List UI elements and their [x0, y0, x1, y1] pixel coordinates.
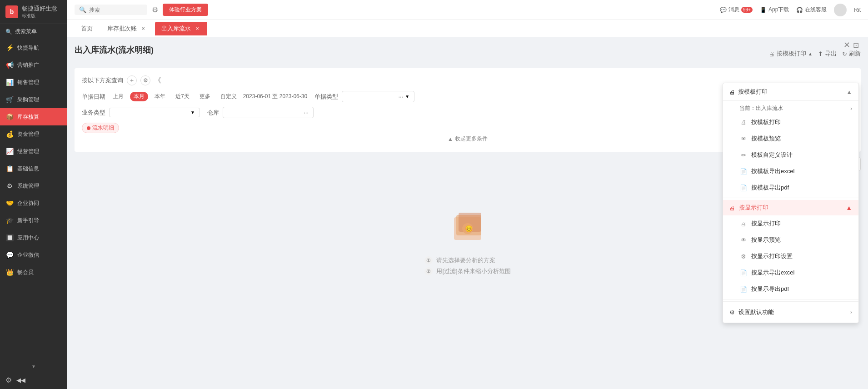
industry-btn[interactable]: 体验行业方案: [163, 4, 208, 16]
search-icon: 🔍: [5, 29, 12, 35]
tab-bar: ✕ ⊡ 首页库存批次账×出入库流水×: [67, 20, 868, 37]
display-print-icon: 🖨: [729, 204, 735, 211]
topbar-search-box[interactable]: 🔍: [75, 5, 147, 15]
sidebar-search[interactable]: 🔍 搜索菜单: [0, 24, 67, 39]
date-opt-custom[interactable]: 自定义: [217, 92, 240, 101]
empty-step-1: ① 请先选择要分析的方案: [424, 256, 510, 264]
divider-2: [723, 299, 858, 299]
sidebar-item-vip[interactable]: 👑畅会员: [0, 264, 67, 281]
label-template-print: 按模板打印: [751, 118, 781, 126]
sidebar-item-cooperation[interactable]: 🤝企业协同: [0, 194, 67, 212]
sidebar-item-marketing[interactable]: 📢营销推广: [0, 56, 67, 74]
biztype-select[interactable]: ▼: [109, 108, 200, 117]
icon-template-preview: 👁: [739, 135, 748, 143]
topbar-settings-icon[interactable]: ⚙: [152, 5, 158, 14]
sidebar-item-finance[interactable]: 💰资金管理: [0, 125, 67, 143]
tab-close-in-out-flow[interactable]: ×: [194, 25, 201, 32]
refresh-btn[interactable]: ↻ 刷新: [842, 50, 861, 58]
topbar-app-download[interactable]: 📱 App下载: [760, 6, 789, 14]
label-template-custom: 模板自定义设计: [751, 151, 793, 159]
sidebar-item-purchase[interactable]: 🛒采购管理: [0, 91, 67, 108]
sidebar-item-basic-info[interactable]: 📋基础信息: [0, 160, 67, 177]
icon-template-export-excel: 📄: [739, 167, 748, 175]
biztype-label: 业务类型: [82, 109, 105, 117]
dropdown-item-display-print-settings[interactable]: ⚙按显示打印设置: [723, 248, 858, 264]
tab-label-in-out-flow: 出入库流水: [161, 25, 191, 33]
nav-label-guide: 新手引导: [17, 217, 39, 224]
filter-settings-btn[interactable]: ⚙: [140, 75, 150, 85]
nav-icon-marketing: 📢: [5, 61, 14, 69]
sidebar-bottom: ⚙ ◀◀: [0, 371, 67, 389]
tab-label-home: 首页: [81, 25, 93, 33]
icon-template-print: 🖨: [739, 118, 748, 126]
avatar[interactable]: [834, 4, 847, 16]
nav-icon-finance: 💰: [5, 130, 14, 138]
date-options: 上月本月本年近7天更多自定义2023-06-01 至 2023-06-30: [109, 92, 307, 101]
empty-steps: ① 请先选择要分析的方案 ② 用[过滤]条件来缩小分析范围: [424, 256, 510, 278]
set-default-btn[interactable]: ⚙ 设置默认功能 ›: [729, 305, 852, 319]
dropdown-item-template-print[interactable]: 🖨按模板打印: [723, 114, 858, 130]
set-default-chevron: ›: [850, 309, 852, 315]
nav-icon-system: ⚙: [5, 182, 14, 190]
dropdown-item-template-preview[interactable]: 👁按模板预览: [723, 130, 858, 147]
tab-home[interactable]: 首页: [75, 22, 99, 35]
export-btn[interactable]: ⬆ 导出: [818, 50, 837, 58]
dropdown-item-display-export-excel[interactable]: 📄按显示导出excel: [723, 264, 858, 281]
filter-add-btn[interactable]: +: [127, 75, 137, 85]
sidebar-item-sales[interactable]: 📊销售管理: [0, 74, 67, 91]
tab-batch-account[interactable]: 库存批次账×: [101, 22, 153, 35]
dropdown-print-icon: 🖨: [729, 89, 735, 95]
date-opt-last-month[interactable]: 上月: [109, 92, 127, 101]
dropdown-item-template-export-excel[interactable]: 📄按模板导出excel: [723, 163, 858, 180]
filter-collapse-btn[interactable]: 《: [154, 76, 161, 85]
app-icon: 📱: [760, 7, 767, 13]
sidebar-item-operations[interactable]: 📈经营管理: [0, 143, 67, 160]
topbar-message[interactable]: 💬 消息 99+: [720, 6, 753, 14]
print-dropdown: 🖨 按模板打印 ▲ 当前：出入库流水 › 🖨按模板打印👁按模板预览✏模板自定义设…: [723, 83, 859, 323]
dropdown-item-display-export-pdf[interactable]: 📄按显示导出pdf: [723, 281, 858, 297]
sidebar-gear-icon[interactable]: ⚙: [5, 376, 12, 384]
dropdown-display-items: 🖨按显示打印👁按显示预览⚙按显示打印设置📄按显示导出excel📄按显示导出pdf: [723, 215, 858, 297]
topbar-customer-service[interactable]: 🎧 在线客服: [796, 6, 827, 14]
print-btn[interactable]: 🖨 按模板打印 ▲: [769, 50, 813, 58]
dropdown-display-header[interactable]: 🖨 按显示打印 ▲: [723, 200, 858, 215]
date-opt-this-year[interactable]: 本年: [151, 92, 169, 101]
sidebar-scroll-down[interactable]: ▼: [0, 362, 67, 371]
export-icon: ⬆: [818, 50, 823, 57]
date-opt-last-7[interactable]: 近7天: [172, 92, 193, 101]
filter-tag: 流水明细: [82, 123, 119, 133]
label-display-print: 按显示打印: [751, 219, 781, 228]
sidebar-item-inventory[interactable]: 📦库存核算: [0, 108, 67, 125]
dropdown-item-display-print[interactable]: 🖨按显示打印: [723, 215, 858, 232]
dropdown-current: 当前：出入库流水 ›: [723, 101, 858, 114]
sidebar-item-app-center[interactable]: 🔲应用中心: [0, 229, 67, 246]
topbar-search-input[interactable]: [89, 7, 143, 13]
date-opt-this-month[interactable]: 本月: [130, 92, 148, 101]
label-display-print-settings: 按显示打印设置: [751, 252, 793, 260]
tab-in-out-flow[interactable]: 出入库流水×: [155, 22, 207, 35]
sidebar-item-system[interactable]: ⚙系统管理: [0, 177, 67, 194]
nav-icon-sales: 📊: [5, 78, 14, 86]
dropdown-item-display-preview[interactable]: 👁按显示预览: [723, 232, 858, 248]
sidebar-item-wecom[interactable]: 💬企业微信: [0, 246, 67, 264]
dropdown-item-template-custom[interactable]: ✏模板自定义设计: [723, 147, 858, 163]
dropdown-display-title: 🖨 按显示打印: [729, 204, 768, 212]
sidebar-item-guide[interactable]: 🎓新手引导: [0, 212, 67, 229]
message-icon: 💬: [720, 7, 727, 13]
divider-1: [723, 198, 858, 198]
doctype-select[interactable]: ··· ▼: [342, 91, 414, 102]
icon-display-preview: 👁: [739, 236, 748, 244]
sidebar-nav: ⚡快捷导航📢营销推广📊销售管理🛒采购管理📦库存核算💰资金管理📈经营管理📋基础信息…: [0, 39, 67, 362]
page-content: 出入库流水(流水明细) 🖨 按模板打印 ▲ ⬆ 导出 ↻ 刷新: [67, 37, 868, 389]
label-template-export-excel: 按模板导出excel: [751, 167, 794, 175]
dropdown-item-template-export-pdf[interactable]: 📄按模板导出pdf: [723, 180, 858, 196]
date-opt-more[interactable]: 更多: [196, 92, 214, 101]
nav-icon-operations: 📈: [5, 147, 14, 155]
dropdown-footer: ⚙ 设置默认功能 ›: [723, 301, 858, 323]
sidebar-item-quick-nav[interactable]: ⚡快捷导航: [0, 39, 67, 56]
tab-label-batch-account: 库存批次账: [107, 25, 137, 33]
warehouse-select[interactable]: ···: [223, 107, 314, 118]
tab-close-batch-account[interactable]: ×: [140, 25, 147, 32]
sidebar-collapse-icon[interactable]: ◀◀: [16, 377, 25, 384]
dropdown-chevron-up-icon[interactable]: ▲: [846, 89, 852, 95]
